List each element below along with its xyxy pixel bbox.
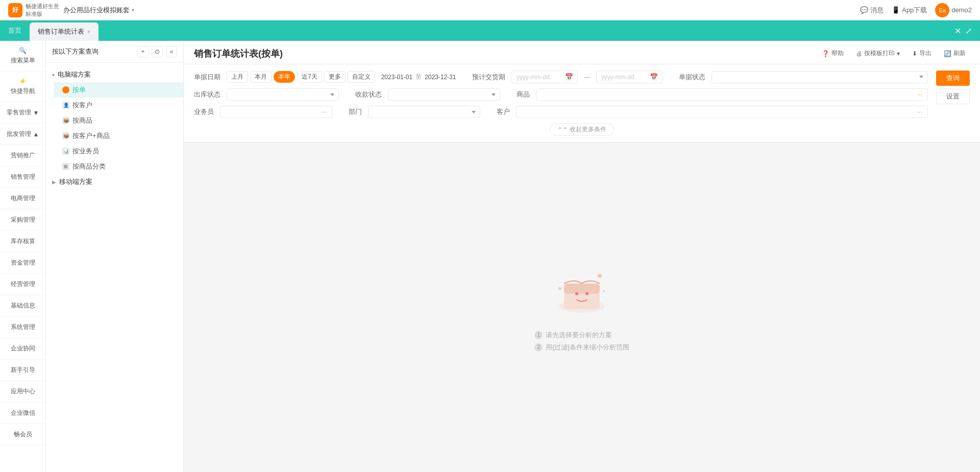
page-title: 销售订单统计表(按单) [194,48,283,60]
sidebar-item-app-center[interactable]: 应用中心 [0,381,45,403]
tab-home[interactable]: 首页 [0,20,30,41]
out-status-label: 出库状态 [194,90,220,99]
tab-sales-order[interactable]: 销售订单统计表 × [30,22,99,41]
help-btn[interactable]: ❓ 帮助 [818,47,848,60]
sidebar-item-search[interactable]: 🔍 搜索菜单 [0,41,45,72]
right-panel: 销售订单统计表(按单) ❓ 帮助 🖨 按模板打印 ▾ ⬇ 导出 [184,41,980,472]
tree-parent-desktop[interactable]: ▾ 电脑端方案 [46,67,183,82]
app-title-chevron-icon: ▾ [132,7,134,13]
dept-select[interactable] [368,106,480,118]
sidebar-item-collab[interactable]: 企业协同 [0,338,45,360]
customer-input[interactable]: ··· [516,106,928,118]
scheme-item-by-order[interactable]: 按单 [54,82,183,98]
sidebar-item-newbie[interactable]: 新手引导 [0,360,45,381]
out-status-wrap [227,88,339,101]
svg-point-4 [585,292,589,295]
settings-btn[interactable]: 设置 [936,89,970,104]
main-layout: 🔍 搜索菜单 ⚡ 快捷导航 零售管理 ▼ 批发管理 ▲ 营销推广 销售管理 电商… [0,41,980,472]
expected-date-end-input[interactable]: yyyy-mm-dd 📅 [596,70,663,83]
download-icon: 📱 [892,6,900,14]
quicknav-icon: ⚡ [19,78,27,85]
expected-date-start-input[interactable]: yyyy-mm-dd 📅 [511,70,578,83]
sidebar-item-sales[interactable]: 销售管理 [0,167,45,188]
sidebar-item-marketing[interactable]: 营销推广 [0,145,45,167]
export-btn[interactable]: ⬇ 导出 [908,47,936,60]
hint1-text: 请先选择要分析的方案 [546,331,612,340]
calendar-icon: 📅 [565,73,573,81]
person-box-icon: 📦 [62,132,69,139]
filter-row-2: 出库状态 收款状态 [194,88,928,101]
query-btn[interactable]: 查询 [936,70,970,86]
tree-area: ▾ 电脑端方案 按单 👤 按客户 📦 按商品 [46,63,183,472]
tab-close-icon[interactable]: × [87,29,90,35]
salesperson-label: 业务员 [194,107,214,116]
print-btn[interactable]: 🖨 按模板打印 ▾ [852,47,904,60]
sidebar-item-wechat[interactable]: 企业微信 [0,403,45,424]
left-panel-header: 按以下方案查询 + ⊙ « [46,41,183,63]
left-panel-title: 按以下方案查询 [52,47,99,56]
scheme-item-by-customer-goods[interactable]: 📦 按客户+商品 [54,128,183,144]
scheme-item-by-goods[interactable]: 📦 按商品 [54,113,183,128]
sidebar-item-system[interactable]: 系统管理 [0,317,45,338]
last-month-btn[interactable]: 上月 [227,71,248,83]
user-avatar-area[interactable]: Ea demo2 [935,3,972,17]
hint2-num: 2 [534,343,543,351]
app-download-btn[interactable]: 📱 App下载 [892,6,927,15]
custom-btn[interactable]: 自定义 [348,71,375,83]
add-scheme-btn[interactable]: + [137,46,149,57]
receipt-status-select[interactable] [388,88,500,101]
goods-ellipsis: ··· [917,91,922,98]
sidebar-item-wholesale[interactable]: 批发管理 ▲ [0,124,45,145]
scheme-item-by-salesperson[interactable]: 📊 按业务员 [54,144,183,159]
filter-row-1: 单据日期 上月 本月 本年 近7天 更多 自定义 2023-01-01 [194,70,928,83]
left-panel: 按以下方案查询 + ⊙ « ▾ 电脑端方案 按单 [46,41,184,472]
tab-restore-btn[interactable]: ✕ [954,26,961,36]
collapse-conditions-btn[interactable]: ⌃⌃ 收起更多条件 [550,123,614,136]
sidebar-item-quicknav[interactable]: ⚡ 快捷导航 [0,72,45,102]
sidebar-item-finance[interactable]: 资金管理 [0,252,45,274]
filter-area: 单据日期 上月 本月 本年 近7天 更多 自定义 2023-01-01 [184,64,980,143]
tab-maximize-btn[interactable]: ⤢ [965,26,972,36]
out-status-select[interactable] [227,88,339,101]
current-year-btn[interactable]: 本年 [274,71,295,83]
customer-ellipsis: ··· [917,108,922,115]
more-btn[interactable]: 更多 [324,71,346,83]
refresh-icon: 🔄 [944,50,951,57]
sidebar-item-operations[interactable]: 经营管理 [0,274,45,295]
scheme-item-by-customer[interactable]: 👤 按客户 [54,98,183,113]
tree-mobile-chevron-icon: ▶ [52,179,56,185]
sidebar-item-ecommerce[interactable]: 电商管理 [0,188,45,209]
date-range-wrap: 2023-01-01 至 2023-12-31 [381,73,456,81]
content-area: 按以下方案查询 + ⊙ « ▾ 电脑端方案 按单 [46,41,980,472]
expected-date-label: 预计交货期 [472,73,505,82]
sidebar-item-member[interactable]: 畅会员 [0,424,45,445]
this-month-btn[interactable]: 本月 [250,71,272,83]
search-icon: 🔍 [19,47,27,54]
sidebar-item-basic-info[interactable]: 基础信息 [0,295,45,317]
wholesale-arrow-icon: ▲ [33,131,39,138]
sidebar-item-retail[interactable]: 零售管理 ▼ [0,102,45,124]
sidebar-item-purchase[interactable]: 采购管理 [0,209,45,231]
settings-scheme-btn[interactable]: ⊙ [152,46,163,57]
calendar2-icon: 📅 [650,73,658,81]
top-bar-right: 💬 消息 📱 App下载 Ea demo2 [860,3,972,17]
refresh-btn[interactable]: 🔄 刷新 [940,47,970,60]
filter-main: 单据日期 上月 本月 本年 近7天 更多 自定义 2023-01-01 [194,70,928,118]
retail-arrow-icon: ▼ [33,109,39,116]
export-icon: ⬇ [912,50,917,57]
tab-bar-actions: ✕ ⤢ [954,26,972,36]
filter-row-top: 单据日期 上月 本月 本年 近7天 更多 自定义 2023-01-01 [194,70,970,118]
message-btn[interactable]: 💬 消息 [860,6,884,15]
last7days-btn[interactable]: 近7天 [297,71,322,83]
tab-bar: 首页 销售订单统计表 × ✕ ⤢ [0,20,980,41]
collapse-panel-btn[interactable]: « [166,46,177,57]
svg-point-6 [558,287,561,290]
sidebar-item-inventory[interactable]: 库存核算 [0,231,45,252]
goods-input[interactable]: ··· [536,88,928,101]
app-title[interactable]: 办公用品行业模拟账套 ▾ [63,6,134,15]
bill-status-select[interactable] [712,71,928,83]
scheme-item-by-goods-category[interactable]: ⊞ 按商品分类 [54,159,183,174]
tree-parent-mobile[interactable]: ▶ 移动端方案 [46,174,183,190]
salesperson-input[interactable]: ··· [220,106,332,118]
bill-status-label: 单据状态 [679,73,705,82]
